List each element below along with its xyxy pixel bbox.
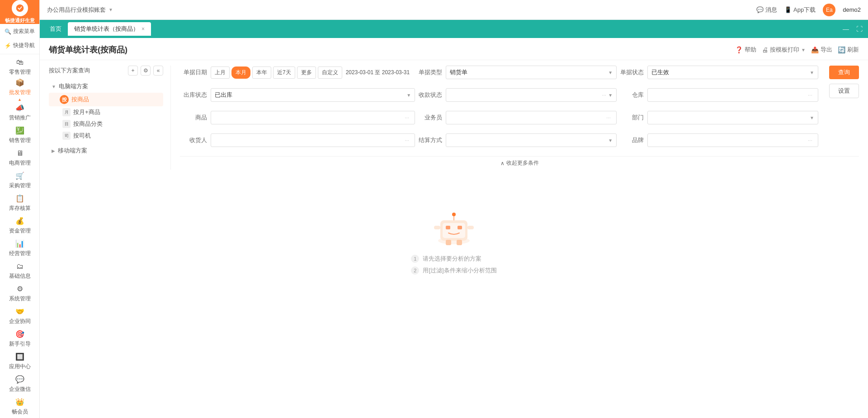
refresh-btn[interactable]: 🔄 刷新 (838, 46, 859, 54)
sidebar-item-ecommerce[interactable]: 🖥 电商管理 (0, 147, 39, 169)
print-btn[interactable]: 🖨 按模板打印 ▼ (762, 46, 806, 54)
messages-btn[interactable]: 💬 消息 (756, 6, 777, 14)
receipt-status-select[interactable]: ··· ▼ (446, 88, 617, 102)
out-status-select[interactable]: 已出库 ▼ (211, 88, 415, 102)
date-7days-btn[interactable]: 近7天 (273, 66, 295, 79)
tab-close-icon[interactable]: × (142, 26, 145, 32)
avatar[interactable]: Ea (823, 4, 835, 16)
goods-input[interactable]: ··· (211, 111, 415, 124)
retail-icon: 🛍 (16, 58, 24, 66)
help-btn[interactable]: ❓ 帮助 (735, 46, 756, 54)
doc-status-select[interactable]: 已生效 ▼ (647, 66, 818, 79)
tab-maximize-btn[interactable]: ⛶ (854, 24, 864, 34)
export-btn[interactable]: 📤 导出 (811, 46, 832, 54)
sidebar-item-wholesale[interactable]: 📦 批发管理 ▲ (0, 79, 39, 101)
workspace-selector[interactable]: 办公用品行业模拟账套 ▼ (47, 6, 113, 14)
date-custom-btn[interactable]: 自定义 (318, 66, 342, 79)
sidebar-item-marketing[interactable]: 📣 营销推广 (0, 101, 39, 124)
mobile-expand-icon: ▶ (52, 148, 55, 153)
warehouse-more-icon[interactable]: ··· (808, 92, 812, 98)
sidebar-item-app-center[interactable]: 🔲 应用中心 (0, 350, 39, 373)
brand-input[interactable]: ··· (647, 133, 818, 147)
warehouse-select[interactable]: ··· (647, 88, 818, 102)
sidebar-item-new-guide[interactable]: 🎯 新手引导 (0, 328, 39, 350)
doc-type-select[interactable]: 销货单 ▼ (446, 66, 617, 79)
tab-home[interactable]: 首页 (43, 22, 68, 36)
empty-state: 1 请先选择要分析的方案 2 用[过滤]条件来缩小分析范围 (40, 175, 868, 302)
tabbar: 首页 销货单统计表（按商品） × — ⛶ (40, 20, 868, 38)
search-menu-btn[interactable]: 🔍 搜索菜单 (0, 24, 39, 39)
scheme-by-goods[interactable]: 按 按商品 (49, 93, 163, 106)
scheme-icons: + ⚙ « (128, 66, 163, 76)
date-last-month-btn[interactable]: 上月 (211, 66, 230, 79)
tab-sales-stat[interactable]: 销货单统计表（按商品） × (68, 22, 151, 36)
sidebar-item-member[interactable]: 👑 畅会员 (0, 395, 39, 418)
sidebar-item-inventory[interactable]: 📋 库存核算 (0, 192, 39, 214)
receipt-status-filter: 收款状态 ··· ▼ (415, 88, 617, 102)
scheme-by-driver[interactable]: 司 按司机 (49, 130, 163, 142)
sidebar-item-basic-info[interactable]: 🗂 基础信息 (0, 260, 39, 282)
app-center-icon: 🔲 (15, 352, 24, 361)
search-icon: 🔍 (5, 28, 11, 35)
date-this-month-btn[interactable]: 本月 (231, 66, 250, 79)
recipient-input[interactable]: ··· (211, 133, 415, 147)
settings-btn[interactable]: 设置 (829, 84, 859, 98)
search-btn[interactable]: 查询 (829, 66, 859, 79)
brand-more-icon[interactable]: ··· (808, 137, 812, 143)
page-actions: ❓ 帮助 🖨 按模板打印 ▼ 📤 导出 🔄 刷新 (735, 46, 859, 54)
settlement-select[interactable]: ▼ (446, 133, 617, 147)
scheme-settings-btn[interactable]: ⚙ (141, 66, 151, 76)
date-more-btn[interactable]: 更多 (297, 66, 316, 79)
doc-status-label: 单据状态 (617, 68, 644, 76)
sidebar-item-wechat[interactable]: 💬 企业微信 (0, 373, 39, 395)
date-this-year-btn[interactable]: 本年 (252, 66, 271, 79)
tab-minimize-btn[interactable]: — (841, 24, 851, 34)
sidebar-item-system[interactable]: ⚙ 系统管理 (0, 282, 39, 305)
sidebar-item-collab[interactable]: 🤝 企业协同 (0, 305, 39, 328)
quick-nav-btn[interactable]: ⚡ 快捷导航 (0, 39, 39, 52)
sidebar-item-operations[interactable]: 📊 经营管理 (0, 237, 39, 260)
goods-more-icon[interactable]: ··· (405, 114, 409, 121)
sidebar-item-purchase[interactable]: 🛒 采购管理 (0, 169, 39, 192)
doc-status-value: 已生效 (651, 68, 810, 76)
salesperson-more-icon[interactable]: ··· (606, 114, 611, 121)
mobile-scheme-header[interactable]: ▶ 移动端方案 (49, 144, 163, 157)
salesperson-input[interactable]: ··· (446, 111, 617, 124)
download-icon: 📱 (784, 6, 792, 13)
settlement-filter: 结算方式 ▼ (415, 133, 617, 147)
salesperson-filter: 业务员 ··· (415, 111, 617, 124)
dept-select[interactable]: ▼ (647, 111, 818, 124)
export-label: 导出 (821, 46, 832, 54)
collab-label: 企业协同 (9, 318, 31, 325)
new-guide-icon: 🎯 (15, 330, 24, 338)
refresh-icon: 🔄 (838, 46, 845, 53)
basic-info-icon: 🗂 (16, 262, 24, 271)
brand-label: 品牌 (617, 136, 644, 144)
date-label: 单据日期 (180, 68, 207, 76)
scheme-collapse-btn[interactable]: « (153, 66, 163, 76)
sub-icon-2: 目 (62, 120, 71, 128)
recipient-more-icon[interactable]: ··· (405, 137, 409, 143)
quick-nav-label: 快捷导航 (13, 42, 35, 49)
sales-label: 销售管理 (9, 137, 31, 144)
filter-section: 按以下方案查询 + ⚙ « ▼ 电脑端方案 (40, 60, 868, 175)
sub-icon-3: 司 (62, 132, 71, 140)
retail-label: 零售管理 (9, 68, 31, 76)
tip-num-2: 2 (411, 266, 419, 275)
pc-scheme-header[interactable]: ▼ 电脑端方案 (49, 80, 163, 93)
sidebar-item-retail[interactable]: 🛍 零售管理 (0, 56, 39, 79)
sidebar-item-finance[interactable]: 💰 资金管理 (0, 214, 39, 237)
receipt-more-icon[interactable]: ··· (602, 92, 606, 98)
action-buttons: 查询 设置 (829, 66, 859, 98)
collapse-more-btn[interactable]: ∧ 收起更多条件 (180, 156, 859, 170)
sidebar-item-sales[interactable]: 💹 销售管理 (0, 124, 39, 147)
scheme-add-btn[interactable]: + (128, 66, 138, 76)
scheme-by-month-goods[interactable]: 月 按月+商品 (49, 106, 163, 118)
app-download-btn[interactable]: 📱 App下载 (784, 6, 816, 14)
sales-icon: 💹 (15, 126, 24, 135)
warehouse-filter: 仓库 ··· (617, 88, 818, 102)
workspace-name: 办公用品行业模拟账套 (47, 6, 106, 14)
scheme-by-category[interactable]: 目 按商品分类 (49, 118, 163, 130)
finance-label: 资金管理 (9, 227, 31, 235)
scheme-by-category-label: 按商品分类 (73, 120, 103, 128)
